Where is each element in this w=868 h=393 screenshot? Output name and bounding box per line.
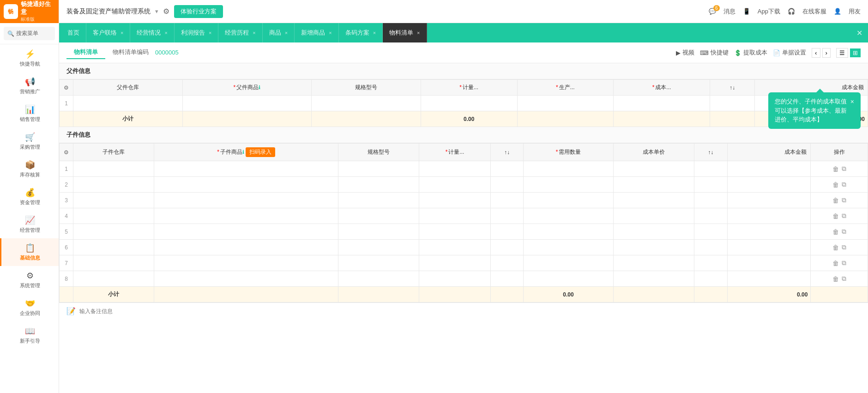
child-row6-copy-icon[interactable]: ⧉ xyxy=(842,243,846,251)
try-btn[interactable]: 体验行业方案 xyxy=(174,5,223,18)
child-row2-product[interactable] xyxy=(154,177,338,193)
child-row3-needed-qty[interactable] xyxy=(524,193,613,208)
shortcut-btn[interactable]: ⌨ 快捷键 xyxy=(700,48,729,57)
child-settings-icon[interactable]: ⚙ xyxy=(64,149,69,156)
child-row1-delete-icon[interactable]: 🗑 xyxy=(832,165,839,173)
child-row1-copy-icon[interactable]: ⧉ xyxy=(842,165,846,173)
list-view-btn[interactable]: ☰ xyxy=(836,48,848,58)
single-settings-btn[interactable]: 📄 单据设置 xyxy=(773,48,806,57)
search-menu-button[interactable]: 🔍 搜索菜单 xyxy=(4,27,55,40)
child-th-sort1[interactable]: ↑↓ xyxy=(490,144,524,161)
tooltip-close-btn[interactable]: × xyxy=(850,97,854,107)
child-row6-spec[interactable] xyxy=(338,240,419,255)
tab-new-product[interactable]: 新增商品 × xyxy=(295,23,338,42)
child-row7-cost-unit[interactable] xyxy=(613,255,694,271)
child-row1-warehouse[interactable] xyxy=(73,161,154,177)
child-row3-delete-icon[interactable]: 🗑 xyxy=(832,197,839,204)
scan-input-btn[interactable]: 扫码录入 xyxy=(246,147,275,157)
child-row4-warehouse[interactable] xyxy=(73,208,154,224)
child-row8-sort2[interactable] xyxy=(694,271,727,287)
extract-cost-btn[interactable]: 💲 提取成本 xyxy=(734,48,767,57)
sidebar-item-business[interactable]: 📈 经营管理 xyxy=(0,211,59,238)
child-row7-warehouse[interactable] xyxy=(73,255,154,271)
child-th-sort2[interactable]: ↑↓ xyxy=(694,144,727,161)
child-row4-spec[interactable] xyxy=(338,208,419,224)
child-row5-needed-qty[interactable] xyxy=(524,224,613,240)
sidebar-item-finance[interactable]: 💰 资金管理 xyxy=(0,183,59,211)
dropdown-icon[interactable]: ▾ xyxy=(155,8,158,15)
child-row6-sort2[interactable] xyxy=(694,240,727,255)
parent-row1-sort[interactable] xyxy=(710,96,754,111)
tab-history[interactable]: 经营历程 × xyxy=(218,23,262,42)
child-row1-sort2[interactable] xyxy=(694,161,727,177)
child-row7-qty-unit[interactable] xyxy=(419,255,490,271)
tab-profit[interactable]: 利润报告 × xyxy=(175,23,218,42)
sidebar-item-quick-nav[interactable]: ⚡ 快捷导航 xyxy=(0,44,59,72)
child-row7-spec[interactable] xyxy=(338,255,419,271)
child-row2-delete-icon[interactable]: 🗑 xyxy=(832,181,839,188)
child-row3-cost-unit[interactable] xyxy=(613,193,694,208)
tab-profit-close[interactable]: × xyxy=(209,30,211,36)
child-row3-warehouse[interactable] xyxy=(73,193,154,208)
child-row3-sort2[interactable] xyxy=(694,193,727,208)
tab-history-close[interactable]: × xyxy=(253,30,255,36)
child-row5-warehouse[interactable] xyxy=(73,224,154,240)
child-row5-product[interactable] xyxy=(154,224,338,240)
child-row4-product[interactable] xyxy=(154,208,338,224)
tab-barcode[interactable]: 条码方案 × xyxy=(339,23,383,42)
child-row4-sort1[interactable] xyxy=(490,208,524,224)
sidebar-item-guide[interactable]: 📖 新手引导 xyxy=(0,321,59,349)
child-row5-delete-icon[interactable]: 🗑 xyxy=(832,228,839,236)
child-row7-sort2[interactable] xyxy=(694,255,727,271)
parent-settings-icon[interactable]: ⚙ xyxy=(64,85,69,91)
grid-view-btn[interactable]: ⊞ xyxy=(850,48,861,57)
user-name[interactable]: 用友 xyxy=(849,7,861,16)
child-row8-product[interactable] xyxy=(154,271,338,287)
child-row7-copy-icon[interactable]: ⧉ xyxy=(842,259,846,267)
sub-tab-bom-code[interactable]: 物料清单编码 0000005 xyxy=(105,46,186,59)
child-row2-warehouse[interactable] xyxy=(73,177,154,193)
tab-bom-close[interactable]: × xyxy=(417,30,420,36)
child-row1-spec[interactable] xyxy=(338,161,419,177)
child-row8-delete-icon[interactable]: 🗑 xyxy=(832,275,839,283)
child-row5-qty-unit[interactable] xyxy=(419,224,490,240)
search-area[interactable]: 🔍 搜索菜单 xyxy=(0,23,59,44)
tab-business-status-close[interactable]: × xyxy=(164,30,167,36)
child-row1-cost-unit[interactable] xyxy=(613,161,694,177)
sub-tab-bom[interactable]: 物料清单 xyxy=(66,46,105,59)
app-download-label[interactable]: App下载 xyxy=(758,7,780,16)
child-row8-qty-unit[interactable] xyxy=(419,271,490,287)
message-label[interactable]: 消息 xyxy=(723,7,735,16)
sidebar-item-basic-info[interactable]: 📋 基础信息 xyxy=(0,238,59,266)
child-row7-product[interactable] xyxy=(154,255,338,271)
child-row8-spec[interactable] xyxy=(338,271,419,287)
child-row6-sort1[interactable] xyxy=(490,240,524,255)
tab-barcode-close[interactable]: × xyxy=(373,30,376,36)
child-row4-sort2[interactable] xyxy=(694,208,727,224)
note-input[interactable] xyxy=(79,308,861,314)
child-row5-spec[interactable] xyxy=(338,224,419,240)
parent-th-settings[interactable]: ⚙ xyxy=(60,80,73,96)
child-row3-qty-unit[interactable] xyxy=(419,193,490,208)
parent-row1-production[interactable] xyxy=(517,96,614,111)
parent-th-sort[interactable]: ↑↓ xyxy=(710,80,754,96)
online-service-label[interactable]: 在线客服 xyxy=(802,7,826,16)
child-row1-needed-qty[interactable] xyxy=(524,161,613,177)
child-row3-spec[interactable] xyxy=(338,193,419,208)
sidebar-item-marketing[interactable]: 📢 营销推广 xyxy=(0,72,59,100)
settings-icon[interactable]: ⚙ xyxy=(163,7,169,16)
child-row2-qty-unit[interactable] xyxy=(419,177,490,193)
child-row4-copy-icon[interactable]: ⧉ xyxy=(842,212,846,220)
tab-home[interactable]: 首页 xyxy=(61,23,86,42)
prev-page-btn[interactable]: ‹ xyxy=(812,48,820,58)
child-row5-sort2[interactable] xyxy=(694,224,727,240)
child-row3-sort1[interactable] xyxy=(490,193,524,208)
child-row8-needed-qty[interactable] xyxy=(524,271,613,287)
child-row6-delete-icon[interactable]: 🗑 xyxy=(832,244,839,251)
sidebar-item-system[interactable]: ⚙ 系统管理 xyxy=(0,266,59,294)
message-wrap[interactable]: 💬 6 xyxy=(709,8,716,15)
child-row2-spec[interactable] xyxy=(338,177,419,193)
child-row8-copy-icon[interactable]: ⧉ xyxy=(842,275,846,283)
child-row2-cost-unit[interactable] xyxy=(613,177,694,193)
child-row8-warehouse[interactable] xyxy=(73,271,154,287)
